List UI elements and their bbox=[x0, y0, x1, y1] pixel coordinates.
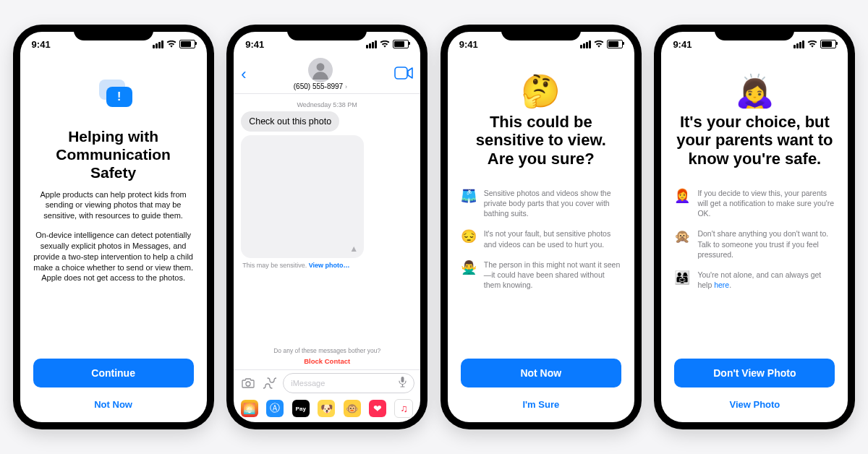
svg-rect-3 bbox=[401, 377, 404, 382]
svg-rect-1 bbox=[395, 67, 407, 79]
block-contact-link[interactable]: Block Contact bbox=[241, 357, 413, 365]
blurred-photo[interactable]: ▲ bbox=[241, 135, 364, 258]
bother-prompt: Do any of these messages bother you? bbox=[241, 347, 413, 354]
continue-button[interactable]: Continue bbox=[33, 359, 194, 387]
bullet-item: 😔 It's not your fault, but sensitive pho… bbox=[461, 228, 621, 249]
battery-icon bbox=[179, 40, 195, 48]
dont-view-button[interactable]: Don't View Photo bbox=[674, 359, 835, 387]
thinking-face-icon: 🤔 bbox=[461, 72, 621, 110]
contact-name[interactable]: (650) 555-8997 › bbox=[294, 82, 347, 90]
compose-bar: iMessage bbox=[234, 369, 420, 396]
status-time: 9:41 bbox=[673, 39, 692, 50]
incoming-message[interactable]: Check out this photo bbox=[241, 111, 339, 132]
view-photo-link[interactable]: View photo… bbox=[309, 262, 350, 269]
back-button[interactable]: ‹ bbox=[241, 65, 246, 84]
phone-frame: 9:41 ! Helping with Communication Safety… bbox=[13, 25, 214, 429]
warning-icon: ▲ bbox=[349, 244, 358, 254]
wifi-icon bbox=[807, 40, 817, 48]
status-time: 9:41 bbox=[32, 39, 51, 50]
thread-timestamp: Wednesday 5:38 PM bbox=[241, 101, 413, 108]
notch bbox=[715, 25, 794, 40]
four-phone-lineup: 9:41 ! Helping with Communication Safety… bbox=[0, 0, 868, 454]
bullet-item: 👨‍👩‍👧 You're not alone, and can always g… bbox=[674, 270, 835, 290]
cellular-icon bbox=[366, 40, 377, 48]
sensitive-caption: This may be sensitive. View photo… bbox=[242, 262, 412, 269]
camera-icon[interactable] bbox=[239, 374, 257, 392]
messages-header: ‹ (650) 555-8997 › bbox=[234, 56, 420, 94]
screen-2: 9:41 ‹ (650) 555-8997 › bbox=[234, 32, 420, 422]
phone-frame: 9:41 🤔 This could be sensitive to view. … bbox=[441, 25, 642, 429]
facetime-button[interactable] bbox=[394, 67, 413, 82]
help-link[interactable]: here bbox=[714, 280, 729, 289]
screen-3: 9:41 🤔 This could be sensitive to view. … bbox=[448, 32, 634, 422]
battery-icon bbox=[393, 40, 409, 48]
applepay-app-icon[interactable]: Pay bbox=[292, 400, 310, 417]
chat-alert-icon: ! bbox=[95, 80, 132, 111]
no-gesture-icon: 🙅‍♂️ bbox=[461, 260, 477, 275]
parent-icon: 👩‍🦰 bbox=[674, 188, 690, 204]
not-now-button[interactable]: Not Now bbox=[33, 392, 194, 416]
wifi-icon bbox=[166, 40, 176, 48]
notch bbox=[501, 25, 581, 40]
page-title: This could be sensitive to view. Are you… bbox=[461, 113, 621, 168]
phone-frame: 9:41 ‹ (650) 555-8997 › bbox=[226, 25, 427, 429]
intro-paragraph-1: Apple products can help protect kids fro… bbox=[33, 189, 194, 222]
page-title: It's your choice, but your parents want … bbox=[674, 113, 835, 168]
message-input[interactable]: iMessage bbox=[283, 373, 414, 393]
screen-4: 9:41 🙇‍♀️ It's your choice, but your par… bbox=[661, 32, 848, 422]
wifi-icon bbox=[594, 40, 604, 48]
svg-point-2 bbox=[246, 382, 250, 386]
animoji-app-icon[interactable]: 🐵 bbox=[344, 400, 361, 417]
phone-frame: 9:41 🙇‍♀️ It's your choice, but your par… bbox=[654, 25, 855, 429]
screen-1: 9:41 ! Helping with Communication Safety… bbox=[20, 32, 207, 422]
photos-app-icon[interactable]: 🌅 bbox=[241, 400, 258, 417]
svg-point-0 bbox=[316, 63, 324, 71]
sad-face-icon: 😔 bbox=[461, 228, 477, 244]
appstore-app-icon[interactable]: Ⓐ bbox=[266, 400, 284, 417]
notch bbox=[287, 25, 367, 40]
family-icon: 👨‍👩‍👧 bbox=[674, 270, 690, 286]
wifi-icon bbox=[380, 40, 390, 48]
dictation-icon[interactable] bbox=[399, 377, 407, 390]
cellular-icon bbox=[793, 40, 804, 48]
intro-paragraph-2: On-device intelligence can detect potent… bbox=[33, 230, 194, 283]
view-photo-button[interactable]: View Photo bbox=[674, 392, 835, 416]
cellular-icon bbox=[153, 40, 163, 48]
bowing-person-icon: 🙇‍♀️ bbox=[674, 72, 835, 110]
app-drawer-icon[interactable] bbox=[261, 374, 278, 392]
bullet-item: 🙅‍♂️ The person in this might not want i… bbox=[461, 260, 621, 291]
digitaltouch-app-icon[interactable]: ❤︎ bbox=[369, 400, 386, 417]
music-app-icon[interactable]: ♫ bbox=[394, 399, 413, 418]
status-time: 9:41 bbox=[245, 39, 264, 50]
battery-icon bbox=[607, 40, 623, 48]
bullet-item: 🙊 Don't share anything you don't want to… bbox=[674, 228, 835, 260]
message-thread[interactable]: Wednesday 5:38 PM Check out this photo ▲… bbox=[234, 94, 420, 369]
bullet-item: 👩‍🦰 If you decide to view this, your par… bbox=[674, 188, 835, 219]
notch bbox=[74, 25, 153, 40]
imessage-app-strip: 🌅 Ⓐ Pay 🐶 🐵 ❤︎ ♫ bbox=[234, 396, 420, 422]
status-time: 9:41 bbox=[459, 39, 478, 50]
bullet-item: 🩳 Sensitive photos and videos show the p… bbox=[461, 188, 621, 219]
page-title: Helping with Communication Safety bbox=[33, 127, 194, 182]
im-sure-button[interactable]: I'm Sure bbox=[461, 392, 621, 416]
battery-icon bbox=[820, 40, 836, 48]
contact-avatar[interactable] bbox=[308, 58, 333, 82]
speak-no-evil-icon: 🙊 bbox=[674, 228, 690, 244]
swimsuit-icon: 🩳 bbox=[461, 188, 477, 204]
cellular-icon bbox=[580, 40, 591, 48]
memoji-app-icon[interactable]: 🐶 bbox=[318, 400, 335, 417]
not-now-button[interactable]: Not Now bbox=[461, 359, 621, 387]
